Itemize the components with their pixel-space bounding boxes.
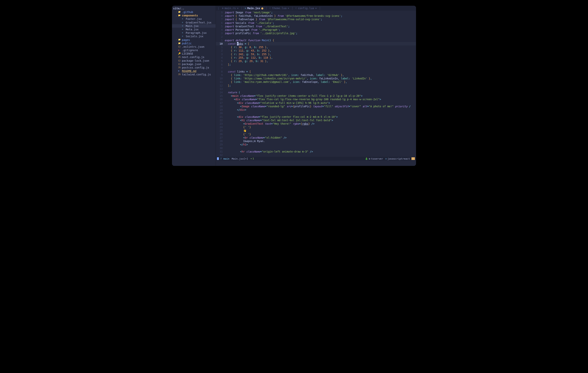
file-name: Socials.jsx xyxy=(186,34,203,38)
file-name: package.json xyxy=(182,62,201,66)
code-line[interactable]: 25 👋 xyxy=(216,129,416,132)
tab-bar[interactable]: | ⚙main.rs ×|⚛Main.jsx ●|☾theme.lua ×|☾c… xyxy=(216,6,416,11)
code-line[interactable]: 11 { link: 'mailto:ryan.mehri1@gmail.com… xyxy=(216,80,416,84)
code-line[interactable]: 5 { r: 29, g: 29, b: 31 }, xyxy=(216,59,416,63)
code-line[interactable]: 15 <main className="flex justify-center … xyxy=(216,94,416,98)
code-line[interactable]: 3 { r: 242, g: 59, b: 255 }, xyxy=(216,53,416,56)
code-content: import { faEnvelope } from '@fortawesome… xyxy=(225,18,322,21)
line-number: 8 xyxy=(216,14,225,18)
lsp-server: tsserver xyxy=(371,157,383,160)
code-line[interactable]: 32 xyxy=(216,153,416,157)
tree-item-gradienttext-jsx[interactable]: ⚛GradientText.jsx xyxy=(172,21,216,24)
tree-item-pages[interactable]: ›📁pages xyxy=(172,38,216,42)
code-line[interactable]: 21 <div className="flex justify-center f… xyxy=(216,115,416,119)
tree-item-public[interactable]: ›📁public xyxy=(172,42,216,45)
code-line[interactable]: 29 </h1> xyxy=(216,143,416,146)
tab-main-jsx[interactable]: ⚛Main.jsx ● xyxy=(243,6,265,10)
tree-item-next-config-js[interactable]: JSnext.config.js xyxy=(172,55,216,59)
code-line[interactable]: 9 { link: 'https://github.com/rmehri01',… xyxy=(216,73,416,77)
tree-item-socials-jsx[interactable]: ⚛Socials.jsx xyxy=(172,34,216,38)
line-number: 6 xyxy=(216,21,225,25)
tree-item-main-jsx[interactable]: ⚛Main.jsx xyxy=(172,24,216,28)
code-line[interactable]: 19 </div> xyxy=(216,108,416,111)
line-number: 15 xyxy=(216,94,225,98)
file-icon: JS xyxy=(178,56,181,58)
tree-item-license[interactable]: 🔑LICENSE xyxy=(172,52,216,55)
tree-item-footer-jsx[interactable]: ⚛Footer.jsx xyxy=(172,17,216,21)
code-line[interactable]: 8import { faGithub, faLinkedinIn } from … xyxy=(216,14,416,18)
file-icon: {} xyxy=(178,45,181,48)
code-content: { r: 112, g: 43, b: 252 }, xyxy=(225,49,271,52)
close-icon[interactable]: × xyxy=(288,7,289,10)
code-line[interactable]: 12 ]; xyxy=(216,84,416,87)
code-line[interactable]: 31 <hr className="origin-left animate-dr… xyxy=(216,150,416,153)
tree-item--gitignore[interactable]: ◆.gitignore xyxy=(172,48,216,52)
code-line[interactable]: 10 { link: 'https://www.linkedin.com/in/… xyxy=(216,77,416,80)
tree-item--eslintrc-json[interactable]: {}.eslintrc.json xyxy=(172,45,216,48)
editor-window: site/.. ›📁.github⌄📂components⚛Footer.jsx… xyxy=(172,6,416,166)
code-line[interactable]: 17 <div className="relative w-full min-w… xyxy=(216,101,416,105)
react-icon: ⚛ xyxy=(385,157,387,160)
file-icon: ◆ xyxy=(178,49,181,52)
code-line[interactable]: 6import Socials from './Socials'; xyxy=(216,21,416,25)
tree-item-readme-md[interactable]: ≡README.md xyxy=(172,69,216,73)
code-line[interactable]: 14 return ( xyxy=(216,91,416,94)
tree-item-package-lock-json[interactable]: {}package-lock.json xyxy=(172,59,216,62)
code-line[interactable]: 2 xyxy=(216,35,416,39)
code-line[interactable]: 1export default function Main() { xyxy=(216,39,416,42)
code-content: { r: 255, g: 112, b: 118 }, xyxy=(225,56,273,59)
code-content: I&apos;m Ryan. xyxy=(225,139,265,143)
code-line[interactable]: 18 <Image className="rounded-lg" src={pr… xyxy=(216,105,416,108)
tab-main-rs[interactable]: ⚙main.rs × xyxy=(220,6,241,10)
code-line[interactable]: 13 xyxy=(216,87,416,91)
line-number: 19 xyxy=(216,108,225,111)
close-icon[interactable]: × xyxy=(237,7,239,10)
code-line[interactable]: 2 { r: 112, g: 43, b: 252 }, xyxy=(216,49,416,52)
tree-item--github[interactable]: ›📁.github xyxy=(172,10,216,14)
tree-item-tailwind-config-js[interactable]: JStailwind.config.js xyxy=(172,73,216,76)
file-name: Main.jsx xyxy=(186,24,199,28)
code-line[interactable]: 23 <GradientText text="Hey there!" rgbs=… xyxy=(216,122,416,125)
file-tree[interactable]: site/.. ›📁.github⌄📂components⚛Footer.jsx… xyxy=(172,6,216,166)
code-line[interactable]: 10 const rgbs = [ xyxy=(216,42,416,45)
code-line[interactable]: 30 xyxy=(216,146,416,150)
tree-item-meta-jsx[interactable]: ⚛Meta.jsx xyxy=(172,28,216,31)
code-line[interactable]: 16 <div className="flex flex-col lg:flex… xyxy=(216,98,416,101)
code-line[interactable]: 4 { r: 255, g: 112, b: 118 }, xyxy=(216,56,416,59)
status-bar: ᚠ main Main.jsx[+] ＋1 🎄 ⚙ tsserver ⚛ jav… xyxy=(216,157,416,161)
tab-theme-lua[interactable]: ☾theme.lua × xyxy=(268,6,291,10)
code-line[interactable]: 1 { r: 30, g: 0, b: 255 }, xyxy=(216,45,416,49)
code-line[interactable]: 24 {' '} xyxy=(216,125,416,129)
code-line[interactable]: 28 I&apos;m Ryan. xyxy=(216,139,416,143)
file-name: tailwind.config.js xyxy=(182,73,211,76)
code-area[interactable]: 9import Image from 'next/image';8import … xyxy=(216,11,416,157)
code-content: import profilePic from '../public/profil… xyxy=(225,32,297,35)
code-line[interactable]: 27 <br className="xl:hidden" /> xyxy=(216,136,416,139)
tree-item-paragraph-jsx[interactable]: ⚛Paragraph.jsx xyxy=(172,31,216,34)
code-line[interactable]: 9import Image from 'next/image'; xyxy=(216,11,416,14)
tree-item-postcss-config-js[interactable]: JSpostcss.config.js xyxy=(172,66,216,69)
line-number: 31 xyxy=(216,150,225,153)
file-icon: 📂 xyxy=(178,14,181,17)
code-content: <br className="xl:hidden" /> xyxy=(225,136,287,139)
tab-config-lua[interactable]: ☾config.lua × xyxy=(294,6,319,10)
code-line[interactable]: 3import profilePic from '../public/profi… xyxy=(216,32,416,35)
code-line[interactable]: 8 const links = [ xyxy=(216,70,416,73)
code-line[interactable]: 7 xyxy=(216,66,416,70)
code-line[interactable]: 26 {' '} xyxy=(216,132,416,136)
tab-label: config.lua xyxy=(298,7,314,10)
code-content: 👋 xyxy=(225,129,247,132)
code-line[interactable]: 7import { faEnvelope } from '@fortawesom… xyxy=(216,18,416,21)
code-line[interactable]: 5import GradientText from './GradientTex… xyxy=(216,25,416,28)
tree-root[interactable]: site/.. xyxy=(172,7,216,10)
line-number: 7 xyxy=(216,66,225,70)
code-content: <hr className="origin-left animate-draw … xyxy=(225,150,313,153)
close-icon[interactable]: × xyxy=(315,7,317,10)
code-line[interactable]: 4import Paragraph from './Paragraph'; xyxy=(216,28,416,32)
code-line[interactable]: 6 ]; xyxy=(216,63,416,66)
tree-icon: 🎄 xyxy=(365,157,368,160)
code-line[interactable]: 20 xyxy=(216,111,416,115)
code-line[interactable]: 22 <h1 className="text-5xl md:text-6xl 2… xyxy=(216,119,416,122)
tree-item-package-json[interactable]: {}package.json xyxy=(172,62,216,66)
tree-item-components[interactable]: ⌄📂components xyxy=(172,14,216,17)
